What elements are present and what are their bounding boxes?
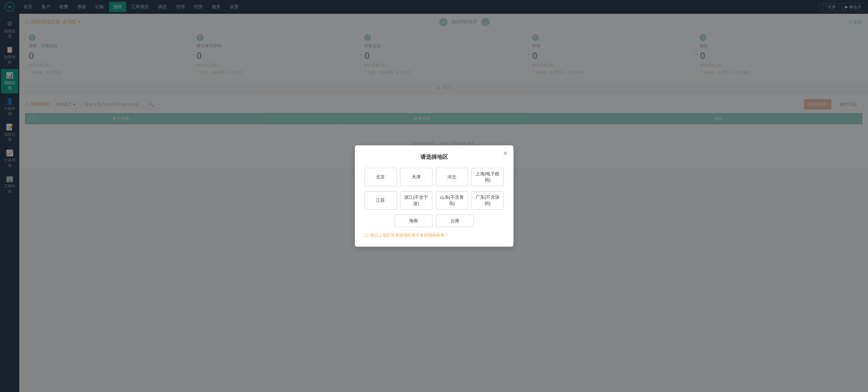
region-beijing[interactable]: 北京	[365, 168, 397, 186]
region-jiangsu[interactable]: 江苏	[365, 191, 397, 210]
region-shandong[interactable]: 山东(不含青岛)	[436, 191, 468, 210]
modal-close-button[interactable]: ✕	[503, 149, 508, 157]
modal-title: 请选择地区	[365, 154, 504, 161]
region-row-1: 北京 天津 河北 上海(电子税局)	[365, 168, 504, 186]
region-yunnan[interactable]: 云南	[436, 215, 474, 227]
region-hainan[interactable]: 海南	[395, 215, 432, 227]
region-row-2: 江苏 浙江(不含宁波) 山东(不含青岛) 广东(不含深圳)	[365, 191, 504, 210]
region-row-3: 海南 云南	[365, 215, 504, 227]
region-guangdong[interactable]: 广东(不含深圳)	[471, 191, 504, 210]
region-select-modal: ✕ 请选择地区 北京 天津 河北 上海(电子税局) 江苏 浙江(不含宁波) 山东…	[355, 145, 513, 247]
region-tianjin[interactable]: 天津	[400, 168, 432, 186]
region-shanghai[interactable]: 上海(电子税局)	[471, 168, 504, 186]
modal-warning: ⓘ 除以上地区外其他地区暂不支持报税检查！	[365, 233, 504, 238]
modal-overlay[interactable]: ✕ 请选择地区 北京 天津 河北 上海(电子税局) 江苏 浙江(不含宁波) 山东…	[0, 0, 868, 392]
warning-icon: ⓘ	[365, 233, 369, 238]
region-hebei[interactable]: 河北	[436, 168, 468, 186]
region-zhejiang[interactable]: 浙江(不含宁波)	[400, 191, 432, 210]
